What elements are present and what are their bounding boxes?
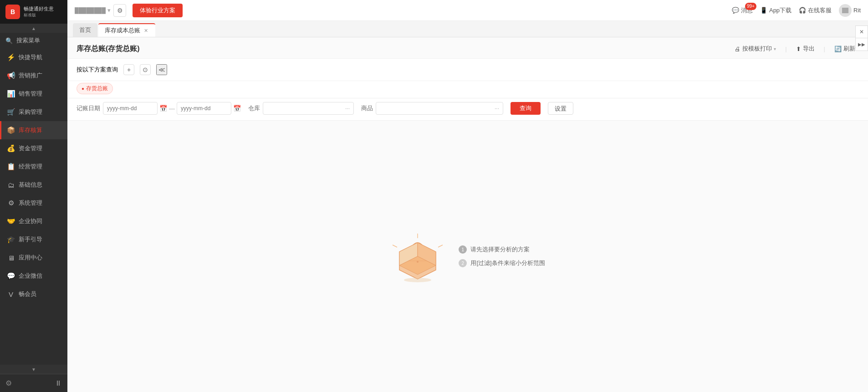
sidebar-item-system[interactable]: ⚙ 系统管理 bbox=[0, 194, 67, 212]
tab-inventory-cost[interactable]: 库存成本总账 ✕ bbox=[98, 23, 155, 37]
calendar-start-icon[interactable]: 📅 bbox=[159, 105, 167, 112]
sidebar-item-marketing[interactable]: 📢 营销推广 bbox=[0, 66, 67, 85]
sidebar-item-wechat[interactable]: 💬 企业微信 bbox=[0, 267, 67, 285]
basic-info-icon: 🗂 bbox=[7, 181, 15, 189]
headphone-icon: 🎧 bbox=[799, 7, 806, 14]
refresh-label: 刷新 bbox=[843, 45, 855, 53]
enterprise-icon: 🤝 bbox=[7, 217, 15, 225]
app-name: 畅捷通好生意 bbox=[24, 5, 54, 12]
wechat-icon: 💬 bbox=[7, 272, 15, 280]
product-select[interactable]: ··· bbox=[376, 102, 503, 115]
warehouse-more-icon[interactable]: ··· bbox=[345, 105, 350, 112]
filter-row: 记账日期 📅 — 📅 仓库 ··· 商品 bbox=[67, 98, 868, 121]
print-button[interactable]: 🖨 按模板打印 ▾ bbox=[731, 43, 780, 55]
hint2-text: 用[过滤]条件来缩小分析范围 bbox=[470, 259, 545, 267]
scheme-item-inventory[interactable]: ● 存货总账 bbox=[77, 83, 113, 94]
export-icon: ⬆ bbox=[796, 46, 801, 52]
step2-circle: 2 bbox=[459, 259, 467, 267]
date-label: 记账日期 bbox=[77, 104, 100, 112]
sidebar-scroll-up[interactable]: ▲ bbox=[0, 24, 67, 33]
messages-badge: 99+ bbox=[745, 3, 756, 10]
tab-close-icon[interactable]: ✕ bbox=[143, 28, 149, 34]
breadcrumb-arrow: ▾ bbox=[107, 7, 111, 14]
page-header: 库存总账(存货总账) 🖨 按模板打印 ▾ | ⬆ 导出 | 🔄 刷新 bbox=[67, 37, 868, 59]
search-button[interactable]: 查询 bbox=[511, 102, 541, 115]
svg-line-6 bbox=[393, 245, 397, 247]
sidebar-scroll-down[interactable]: ▼ bbox=[0, 365, 67, 374]
export-label: 导出 bbox=[803, 45, 815, 53]
sidebar-item-label: 企业协同 bbox=[19, 217, 42, 225]
breadcrumb: ████████ ▾ bbox=[75, 7, 111, 14]
empty-hint-2: 2 用[过滤]条件来缩小分析范围 bbox=[459, 259, 545, 267]
collapse-sidebar-icon[interactable]: ⏸ bbox=[55, 379, 62, 387]
avatar: ██ bbox=[839, 4, 852, 17]
refresh-button[interactable]: 🔄 刷新 bbox=[831, 43, 859, 55]
sidebar-search-label: 搜索菜单 bbox=[16, 36, 40, 45]
filter-collapse-button[interactable]: ≪ bbox=[156, 64, 167, 75]
sidebar-footer: ⚙ ⏸ bbox=[0, 374, 67, 392]
sidebar-item-label: 资金管理 bbox=[19, 144, 42, 153]
calendar-end-icon[interactable]: 📅 bbox=[233, 105, 241, 112]
warehouse-label: 仓库 bbox=[248, 104, 260, 112]
print-dropdown-icon[interactable]: ▾ bbox=[774, 46, 776, 51]
marketing-icon: 📢 bbox=[7, 71, 15, 80]
topbar: ████████ ▾ ⚙ 体验行业方案 💬 消息 99+ 📱 App下载 🎧 在… bbox=[67, 0, 868, 21]
right-close-button[interactable]: ✕ bbox=[855, 25, 868, 38]
industry-solution-button[interactable]: 体验行业方案 bbox=[133, 4, 183, 17]
export-button[interactable]: ⬆ 导出 bbox=[792, 43, 818, 55]
product-more-icon[interactable]: ··· bbox=[495, 105, 499, 112]
sidebar-item-vip[interactable]: V 畅会员 bbox=[0, 285, 67, 303]
date-input-group: 📅 — 📅 bbox=[103, 102, 241, 115]
breadcrumb-current: ████████ bbox=[75, 7, 106, 14]
empty-text: 1 请先选择要分析的方案 2 用[过滤]条件来缩小分析范围 bbox=[459, 245, 545, 267]
sidebar-item-label: 新手引导 bbox=[19, 235, 42, 244]
tab-home[interactable]: 首页 bbox=[73, 23, 97, 37]
filter-bar: 按以下方案查询 + ⊙ ≪ bbox=[67, 59, 868, 81]
sidebar-item-label: 营销推广 bbox=[19, 71, 42, 80]
scheme-item-label: 存货总账 bbox=[86, 85, 108, 92]
empty-hint-1: 1 请先选择要分析的方案 bbox=[459, 245, 545, 254]
empty-state: 1 请先选择要分析的方案 2 用[过滤]条件来缩小分析范围 bbox=[67, 121, 868, 392]
step1-circle: 1 bbox=[459, 245, 467, 254]
finance-icon: 💰 bbox=[7, 144, 15, 153]
column-settings-button[interactable]: 设置 bbox=[548, 102, 573, 115]
date-end-input[interactable] bbox=[177, 102, 231, 115]
sidebar-item-label: 应用中心 bbox=[19, 254, 42, 262]
sidebar-item-inventory[interactable]: 📦 库存核算 bbox=[0, 121, 67, 139]
page-title: 库存总账(存货总账) bbox=[77, 44, 140, 54]
sales-icon: 📊 bbox=[7, 90, 15, 98]
empty-illustration bbox=[390, 229, 445, 284]
refresh-icon: 🔄 bbox=[834, 46, 842, 52]
svg-point-9 bbox=[404, 278, 431, 282]
sidebar-item-finance[interactable]: 💰 资金管理 bbox=[0, 139, 67, 158]
product-label: 商品 bbox=[361, 104, 373, 112]
tab-home-label: 首页 bbox=[79, 26, 91, 34]
sidebar-item-quick-nav[interactable]: ⚡ 快捷导航 bbox=[0, 48, 67, 66]
sidebar-item-label: 经营管理 bbox=[19, 163, 42, 171]
online-support-button[interactable]: 🎧 在线客服 bbox=[799, 6, 832, 15]
date-start-input[interactable] bbox=[103, 102, 158, 115]
user-profile[interactable]: ██ Rit bbox=[839, 4, 861, 17]
topbar-gear-button[interactable]: ⚙ bbox=[113, 4, 126, 17]
page-actions: 🖨 按模板打印 ▾ | ⬆ 导出 | 🔄 刷新 bbox=[731, 43, 859, 55]
print-label: 按模板打印 bbox=[742, 45, 772, 53]
filter-add-button[interactable]: + bbox=[123, 64, 134, 75]
sidebar-item-guide[interactable]: 🎓 新手引导 bbox=[0, 230, 67, 249]
sidebar-item-basic-info[interactable]: 🗂 基础信息 bbox=[0, 176, 67, 194]
sidebar-item-purchase[interactable]: 🛒 采购管理 bbox=[0, 103, 67, 121]
date-separator: — bbox=[169, 105, 175, 112]
scheme-dot-icon: ● bbox=[82, 86, 84, 91]
sidebar-item-label: 系统管理 bbox=[19, 199, 42, 207]
sidebar-item-sales[interactable]: 📊 销售管理 bbox=[0, 85, 67, 103]
sidebar-item-operations[interactable]: 📋 经营管理 bbox=[0, 158, 67, 176]
sidebar-item-appstore[interactable]: 🖥 应用中心 bbox=[0, 249, 67, 267]
sidebar-item-enterprise[interactable]: 🤝 企业协同 bbox=[0, 212, 67, 230]
divider: | bbox=[785, 46, 786, 52]
right-expand-button[interactable]: ▶▶ bbox=[855, 38, 868, 51]
app-download-button[interactable]: 📱 App下载 bbox=[760, 6, 791, 15]
warehouse-select[interactable]: ··· bbox=[263, 102, 354, 115]
sidebar-search[interactable]: 🔍 搜索菜单 bbox=[0, 33, 67, 48]
messages-button[interactable]: 💬 消息 99+ bbox=[732, 6, 753, 15]
filter-settings-button[interactable]: ⊙ bbox=[140, 64, 151, 75]
settings-icon[interactable]: ⚙ bbox=[5, 379, 12, 387]
